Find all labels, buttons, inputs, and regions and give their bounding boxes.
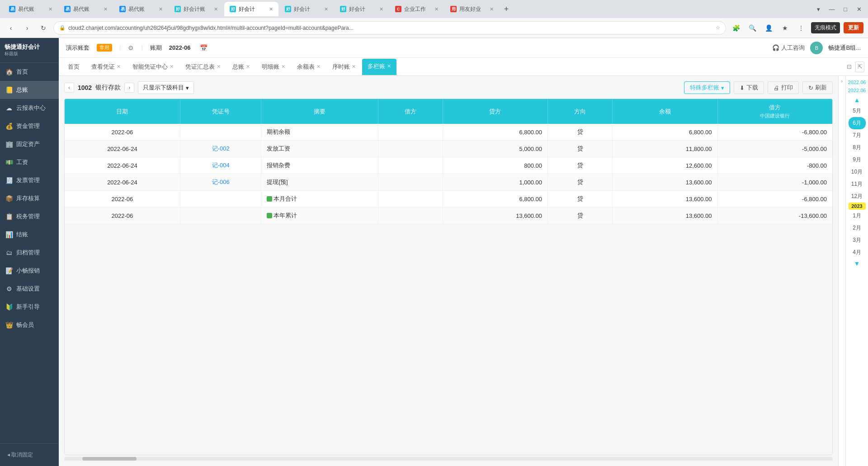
tab-1-close[interactable]: ✕ bbox=[48, 6, 52, 12]
table-cell[interactable]: 记-006 bbox=[180, 174, 261, 191]
browser-tab-5[interactable]: 好 好会计 ✕ bbox=[224, 2, 278, 16]
sidebar-item-payroll[interactable]: 💵 工资 bbox=[0, 153, 59, 171]
settings-icon[interactable]: ⚙ bbox=[128, 44, 134, 52]
tab-multi-close[interactable]: ✕ bbox=[387, 63, 391, 69]
browser-tab-4[interactable]: 好 好会计账 ✕ bbox=[169, 2, 223, 16]
tab-detail-close[interactable]: ✕ bbox=[281, 64, 285, 70]
month-item[interactable]: 6月 bbox=[849, 117, 866, 129]
account-tag[interactable]: 常用 bbox=[97, 44, 112, 52]
sidebar-item-home[interactable]: 🏠 首页 bbox=[0, 63, 59, 81]
month-item[interactable]: 9月 bbox=[849, 154, 866, 166]
month-item[interactable]: 2月 bbox=[849, 222, 866, 234]
tab-7-close[interactable]: ✕ bbox=[379, 6, 383, 12]
back-button[interactable]: ‹ bbox=[5, 22, 17, 34]
extensions-button[interactable]: 🧩 bbox=[730, 22, 742, 34]
bookmark-button[interactable]: ★ bbox=[778, 22, 791, 34]
table-cell[interactable]: 记-002 bbox=[180, 141, 261, 157]
tab-3-close[interactable]: ✕ bbox=[159, 6, 163, 12]
sidebar-item-invoice[interactable]: 🧾 发票管理 bbox=[0, 171, 59, 189]
tab-9-close[interactable]: ✕ bbox=[490, 6, 494, 12]
profile-button[interactable]: 👤 bbox=[762, 22, 775, 34]
browser-tab-9[interactable]: 用 用友好业 ✕ bbox=[445, 2, 499, 16]
month-item[interactable]: 10月 bbox=[849, 166, 866, 178]
filter-button[interactable]: 只显示下级科目 ▾ bbox=[138, 81, 194, 94]
tab-bar-collapse[interactable]: ⊡ bbox=[844, 61, 854, 72]
tab-panel-expand[interactable]: ⇱ bbox=[855, 61, 864, 72]
tab-4-close[interactable]: ✕ bbox=[214, 6, 218, 12]
scroll-thumb[interactable] bbox=[82, 457, 137, 461]
tab-detail[interactable]: 明细账 ✕ bbox=[256, 59, 291, 75]
sidebar-item-settings[interactable]: ⚙ 基础设置 bbox=[0, 280, 59, 298]
sidebar-item-expense[interactable]: 📝 小畅报销 bbox=[0, 262, 59, 280]
next-account-button[interactable]: › bbox=[124, 83, 134, 93]
tab-voucher-close[interactable]: ✕ bbox=[117, 64, 121, 70]
month-item[interactable]: 11月 bbox=[849, 178, 866, 190]
voucher-link[interactable]: 记-006 bbox=[212, 179, 230, 185]
tab-sequence-close[interactable]: ✕ bbox=[352, 64, 356, 70]
tab-8-close[interactable]: ✕ bbox=[434, 6, 439, 12]
tab-smart[interactable]: 智能凭证中心 ✕ bbox=[127, 59, 179, 75]
tab-general[interactable]: 总账 ✕ bbox=[227, 59, 255, 75]
tab-balance[interactable]: 余额表 ✕ bbox=[292, 59, 326, 75]
address-field[interactable]: 🔒 cloud2.chanjet.com/accounting/uh26t264… bbox=[53, 21, 726, 35]
browser-tab-3[interactable]: 易 易代账 ✕ bbox=[114, 2, 168, 16]
consult-button[interactable]: 🎧 人工咨询 bbox=[772, 44, 805, 52]
voucher-link[interactable]: 记-004 bbox=[212, 162, 230, 169]
browser-tab-2[interactable]: 易 易代账 ✕ bbox=[59, 2, 113, 16]
tab-sequence[interactable]: 序时账 ✕ bbox=[327, 59, 361, 75]
voucher-link[interactable]: 记-002 bbox=[212, 145, 230, 152]
tab-5-close[interactable]: ✕ bbox=[269, 6, 273, 12]
special-col-button[interactable]: 特殊多栏账 ▾ bbox=[684, 81, 730, 94]
tab-summary-close[interactable]: ✕ bbox=[217, 64, 221, 70]
sidebar-item-archive[interactable]: 🗂 归档管理 bbox=[0, 244, 59, 262]
tab-general-close[interactable]: ✕ bbox=[246, 64, 250, 70]
sidebar-item-fund[interactable]: 💰 资金管理 bbox=[0, 117, 59, 135]
minimize-button[interactable]: — bbox=[826, 4, 837, 14]
sidebar-item-tax[interactable]: 📋 税务管理 bbox=[0, 207, 59, 226]
prev-account-button[interactable]: ‹ bbox=[64, 83, 74, 93]
refresh-button[interactable]: ↻ 刷新 bbox=[802, 81, 833, 94]
horizontal-scrollbar[interactable] bbox=[64, 457, 833, 461]
tab-2-close[interactable]: ✕ bbox=[104, 6, 108, 12]
maximize-button[interactable]: □ bbox=[840, 4, 851, 14]
month-item[interactable]: 1月 bbox=[849, 210, 866, 222]
close-window-button[interactable]: ✕ bbox=[854, 4, 864, 14]
panel-collapse-button[interactable]: › bbox=[838, 76, 845, 466]
print-button[interactable]: 🖨 打印 bbox=[768, 81, 799, 94]
calendar-icon[interactable]: 📅 bbox=[200, 44, 208, 52]
incognito-button[interactable]: 无痕模式 bbox=[811, 22, 840, 33]
tab-smart-close[interactable]: ✕ bbox=[170, 64, 174, 70]
browser-tab-8[interactable]: C 企业工作 ✕ bbox=[390, 2, 444, 16]
browser-tab-6[interactable]: 好 好会计 ✕ bbox=[279, 2, 334, 16]
tab-balance-close[interactable]: ✕ bbox=[316, 64, 321, 70]
month-nav-up-button[interactable]: ▲ bbox=[851, 95, 863, 105]
settings-button[interactable]: ⋮ bbox=[795, 22, 807, 34]
browser-tab-7[interactable]: 好 好会计 ✕ bbox=[335, 2, 389, 16]
download-button[interactable]: ⬇ 下载 bbox=[734, 81, 764, 94]
search-button[interactable]: 🔍 bbox=[746, 22, 759, 34]
table-cell[interactable]: 记-004 bbox=[180, 157, 261, 174]
sidebar-item-member[interactable]: 👑 畅会员 bbox=[0, 316, 59, 334]
tab-summary[interactable]: 凭证汇总表 ✕ bbox=[180, 59, 226, 75]
month-item[interactable]: 2023 bbox=[849, 202, 866, 210]
tab-voucher[interactable]: 查看凭证 ✕ bbox=[86, 59, 126, 75]
tab-list-button[interactable]: ▾ bbox=[813, 4, 824, 14]
new-tab-button[interactable]: + bbox=[500, 3, 513, 15]
sidebar-item-guide[interactable]: 🔰 新手引导 bbox=[0, 298, 59, 316]
month-item[interactable]: 8月 bbox=[849, 141, 866, 154]
sidebar-item-inventory[interactable]: 📦 库存核算 bbox=[0, 189, 59, 207]
browser-tab-1[interactable]: 易 易代账 ✕ bbox=[4, 2, 58, 16]
forward-button[interactable]: › bbox=[21, 22, 33, 34]
month-item[interactable]: 5月 bbox=[849, 105, 866, 117]
update-button[interactable]: 更新 bbox=[844, 22, 863, 33]
sidebar-item-close[interactable]: 📊 结账 bbox=[0, 226, 59, 244]
sidebar-item-ledger[interactable]: 📒 总账 bbox=[0, 81, 59, 99]
month-item[interactable]: 12月 bbox=[849, 190, 866, 202]
month-nav-down-button[interactable]: ▼ bbox=[851, 259, 863, 268]
tab-6-close[interactable]: ✕ bbox=[324, 6, 328, 12]
month-item[interactable]: 7月 bbox=[849, 129, 866, 141]
unfix-button[interactable]: ◂ 取消固定 bbox=[5, 448, 54, 461]
sidebar-item-assets[interactable]: 🏢 固定资产 bbox=[0, 135, 59, 153]
month-item[interactable]: 3月 bbox=[849, 234, 866, 246]
month-item[interactable]: 4月 bbox=[849, 246, 866, 259]
